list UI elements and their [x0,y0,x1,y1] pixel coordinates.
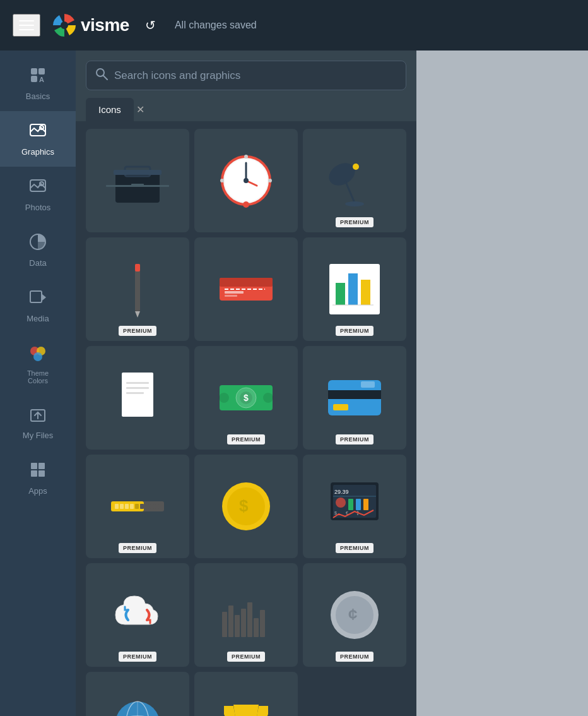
svg-rect-97 [241,609,246,637]
icon-chart[interactable]: PREMIUM [303,237,406,341]
icon-cent-coin[interactable]: ¢ PREMIUM [303,563,406,667]
sidebar-item-photos[interactable]: Photos [0,167,76,222]
svg-rect-44 [135,264,140,271]
basics-label: Basics [26,92,50,101]
svg-rect-78 [150,504,154,509]
svg-rect-18 [31,470,37,477]
svg-point-38 [325,158,359,190]
premium-badge: PREMIUM [336,543,373,553]
svg-rect-16 [31,463,37,469]
svg-rect-77 [145,504,149,509]
menu-button[interactable] [13,14,40,37]
icon-paper[interactable] [86,346,189,450]
svg-rect-66 [328,390,381,399]
svg-line-21 [103,76,107,80]
icon-sync-cloud[interactable]: PREMIUM [86,563,189,667]
svg-rect-95 [228,606,233,637]
icons-grid-area[interactable]: PREMIUM PREMIUM [76,121,416,716]
sidebar-item-my-files[interactable]: My Files [0,395,76,450]
media-icon [28,288,47,310]
graphics-icon [28,121,47,143]
icon-briefcase[interactable] [86,129,189,232]
my-files-label: My Files [23,431,53,440]
search-bar[interactable] [86,61,406,90]
svg-point-20 [97,69,104,76]
icon-coin[interactable]: $ [194,455,298,558]
sidebar-item-graphics[interactable]: Graphics [0,111,76,167]
tab-close-button[interactable]: ✕ [134,104,147,116]
svg-marker-11 [42,294,46,301]
sidebar-item-media[interactable]: Media [0,278,76,333]
data-label: Data [29,258,46,268]
svg-line-39 [345,181,355,203]
data-icon [28,232,47,254]
icon-lamp[interactable]: PREMIUM [303,129,406,232]
icon-globe[interactable] [86,672,189,716]
top-bar: visme ↺ All changes saved [0,0,588,51]
svg-point-37 [220,179,224,182]
svg-rect-94 [222,612,227,637]
premium-badge: PREMIUM [227,434,265,445]
svg-point-35 [244,155,248,158]
svg-rect-10 [30,291,42,302]
svg-point-64 [263,393,273,403]
canvas-area[interactable] [416,51,588,716]
svg-text:$: $ [239,496,249,515]
icon-progress-bar[interactable]: PREMIUM [86,455,189,558]
undo-button[interactable]: ↺ [139,14,162,37]
icon-trophy[interactable] [194,672,298,716]
svg-rect-75 [135,504,139,509]
svg-rect-3 [31,76,37,82]
svg-rect-98 [247,602,252,637]
search-input[interactable] [114,69,397,82]
photos-label: Photos [25,203,50,212]
premium-badge: PREMIUM [336,434,373,445]
premium-badge: PREMIUM [336,652,373,662]
svg-rect-48 [225,291,244,294]
visme-pinwheel-icon [50,11,78,39]
search-icon [95,68,108,83]
tabs-area: Icons ✕ [86,98,406,121]
svg-text:A: A [39,76,44,83]
svg-text:29.39: 29.39 [334,489,349,495]
sidebar-item-theme-colors[interactable]: ThemeColors [0,333,76,395]
main-layout: A Basics Graphics Photos Data M [0,51,588,716]
tab-icons[interactable]: Icons [86,98,134,121]
graphics-panel: Icons ✕ [76,51,416,716]
svg-rect-79 [155,504,159,509]
sidebar: A Basics Graphics Photos Data M [0,51,76,716]
icon-bars[interactable]: PREMIUM [194,563,298,667]
icon-pencil[interactable]: PREMIUM [86,237,189,341]
svg-rect-86 [333,496,376,497]
sidebar-item-apps[interactable]: Apps [0,450,76,506]
sidebar-item-data[interactable]: Data [0,222,76,278]
svg-rect-89 [356,499,361,510]
svg-rect-56 [126,382,149,384]
svg-rect-96 [235,615,240,637]
svg-point-41 [353,164,359,170]
visme-brand-text: visme [81,15,129,35]
svg-marker-43 [135,311,140,318]
svg-text:$: $ [244,393,249,403]
media-label: Media [26,314,49,323]
icon-credit-card[interactable]: PREMIUM [303,346,406,450]
premium-badge: PREMIUM [119,543,156,553]
premium-badge: PREMIUM [119,326,156,336]
svg-rect-68 [361,381,375,388]
svg-rect-17 [38,463,45,469]
icon-finance-screen[interactable]: 29.39 $ € ₿ PREMIUM [303,455,406,558]
svg-rect-51 [336,283,345,305]
svg-rect-71 [115,504,119,509]
icon-clock[interactable] [194,129,298,232]
svg-rect-55 [122,373,153,417]
svg-point-0 [61,21,68,29]
svg-rect-49 [225,295,237,297]
icon-ticket[interactable] [194,237,298,341]
svg-rect-19 [38,470,45,477]
icon-money[interactable]: $ PREMIUM [194,346,298,450]
sidebar-item-basics[interactable]: A Basics [0,56,76,111]
svg-rect-57 [126,387,149,389]
svg-point-14 [33,352,42,361]
svg-rect-53 [361,280,370,305]
svg-point-87 [336,498,346,508]
